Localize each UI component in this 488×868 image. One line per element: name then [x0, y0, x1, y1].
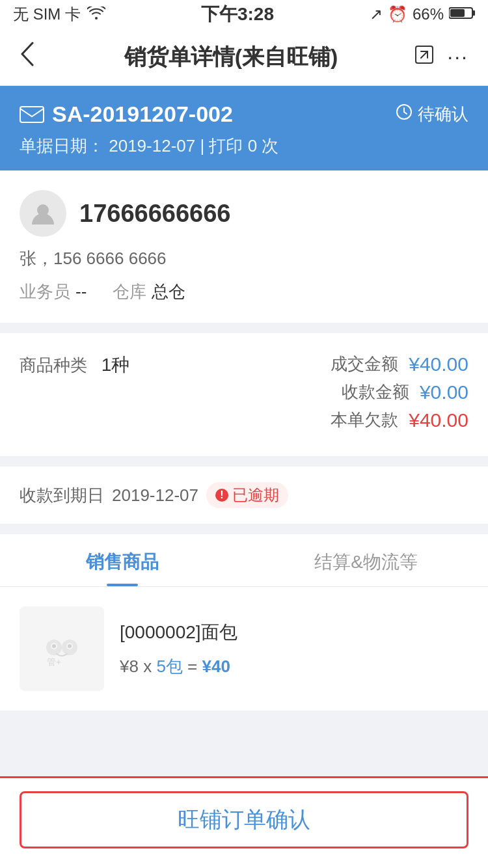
- nav-bar: 销货单详情(来自旺铺) ···: [0, 29, 488, 86]
- order-header: SA-20191207-002 待确认 单据日期： 2019-12-07 | 打…: [0, 86, 488, 170]
- status-left: 无 SIM 卡: [13, 4, 105, 25]
- svg-rect-2: [450, 9, 465, 17]
- owed-value: ¥40.00: [409, 409, 468, 431]
- deal-value: ¥40.00: [409, 353, 468, 375]
- product-name: [0000002]面包: [120, 620, 468, 645]
- category-row: 商品种类 1种: [20, 353, 129, 377]
- warehouse-value: 总仓: [152, 280, 185, 303]
- product-item: 管+ [0000002]面包 ¥8 x 5包 = ¥40: [0, 587, 488, 711]
- category-value: 1种: [102, 355, 130, 375]
- tab-products[interactable]: 销售商品: [0, 534, 244, 586]
- back-button[interactable]: [20, 42, 59, 72]
- order-date: 单据日期： 2019-12-07 | 打印 0 次: [20, 135, 468, 157]
- alarm-icon: ⏰: [388, 5, 407, 23]
- amount-right: 成交金额 ¥40.00 收款金额 ¥0.00 本单欠款 ¥40.00: [331, 353, 468, 437]
- customer-section: 17666666666 张，156 6666 6666 业务员 -- 仓库 总仓: [0, 170, 488, 323]
- battery-label: 66%: [413, 5, 444, 23]
- product-info: [0000002]面包 ¥8 x 5包 = ¥40: [120, 620, 468, 678]
- avatar: [20, 190, 66, 237]
- received-row: 收款金额 ¥0.00: [331, 381, 468, 403]
- svg-point-14: [52, 644, 56, 648]
- page-title: 销货单详情(来自旺铺): [59, 42, 403, 72]
- salesperson-value: --: [75, 282, 87, 302]
- svg-point-15: [68, 644, 72, 648]
- svg-line-8: [404, 112, 407, 114]
- unit-price: ¥8 x: [120, 657, 156, 676]
- tabs-section: 销售商品 结算&物流等 管+ [0000002]面包 ¥8 x 5包 = ¥40: [0, 534, 488, 711]
- salesperson-label: 业务员: [20, 280, 70, 303]
- customer-phone: 17666666666: [79, 200, 230, 228]
- received-label: 收款金额: [342, 381, 409, 403]
- status-right: ↗ ⏰ 66%: [370, 5, 475, 23]
- battery-icon: [449, 5, 475, 23]
- wifi-icon: [87, 5, 105, 23]
- amount-section: 商品种类 1种 成交金额 ¥40.00 收款金额 ¥0.00 本单欠款 ¥40.…: [0, 333, 488, 456]
- warehouse-item: 仓库 总仓: [113, 280, 185, 303]
- owed-label: 本单欠款: [331, 409, 398, 431]
- clock-icon: [396, 103, 413, 125]
- tabs-row: 销售商品 结算&物流等: [0, 534, 488, 587]
- product-total: ¥40: [202, 657, 230, 676]
- customer-row: 17666666666: [20, 190, 468, 237]
- order-id-icon: [20, 105, 44, 124]
- more-icon[interactable]: ···: [447, 45, 468, 69]
- deal-row: 成交金额 ¥40.00: [331, 353, 468, 375]
- svg-rect-1: [472, 10, 475, 16]
- due-date-label: 收款到期日: [20, 484, 104, 507]
- deal-label: 成交金额: [331, 353, 398, 375]
- svg-text:管+: 管+: [47, 657, 61, 667]
- confirm-order-button[interactable]: 旺铺订单确认: [20, 791, 468, 848]
- location-icon: ↗: [370, 5, 383, 23]
- nav-actions: ···: [403, 45, 468, 69]
- overdue-badge: ! 已逾期: [206, 482, 288, 508]
- equals-sign: =: [183, 657, 202, 676]
- status-bar: 无 SIM 卡 下午3:28 ↗ ⏰ 66%: [0, 0, 488, 29]
- product-qty: 5包: [156, 657, 182, 676]
- order-id-row: SA-20191207-002 待确认: [20, 102, 468, 127]
- share-icon[interactable]: [414, 45, 434, 69]
- category-label: 商品种类: [20, 355, 87, 375]
- svg-line-4: [421, 51, 427, 58]
- customer-meta: 业务员 -- 仓库 总仓: [20, 280, 468, 303]
- due-date-value: 2019-12-07: [112, 485, 198, 506]
- product-thumbnail: 管+: [20, 606, 104, 691]
- owed-row: 本单欠款 ¥40.00: [331, 409, 468, 431]
- overdue-label: 已逾期: [232, 485, 279, 506]
- tab-settlement[interactable]: 结算&物流等: [244, 534, 488, 586]
- product-price: ¥8 x 5包 = ¥40: [120, 655, 468, 678]
- svg-rect-5: [20, 107, 44, 122]
- customer-name: 张，156 6666 6666: [20, 247, 468, 270]
- confirm-button-wrap: 旺铺订单确认: [0, 776, 488, 868]
- status-text: 待确认: [418, 103, 468, 126]
- status-time: 下午3:28: [201, 2, 274, 27]
- salesperson-item: 业务员 --: [20, 280, 87, 303]
- due-date-section: 收款到期日 2019-12-07 ! 已逾期: [0, 467, 488, 524]
- sim-label: 无 SIM 卡: [13, 4, 81, 25]
- amount-left: 商品种类 1种: [20, 353, 129, 380]
- received-value: ¥0.00: [420, 381, 468, 403]
- order-id: SA-20191207-002: [20, 102, 233, 127]
- warehouse-label: 仓库: [113, 280, 146, 303]
- order-status: 待确认: [396, 103, 468, 126]
- overdue-icon: !: [215, 489, 228, 502]
